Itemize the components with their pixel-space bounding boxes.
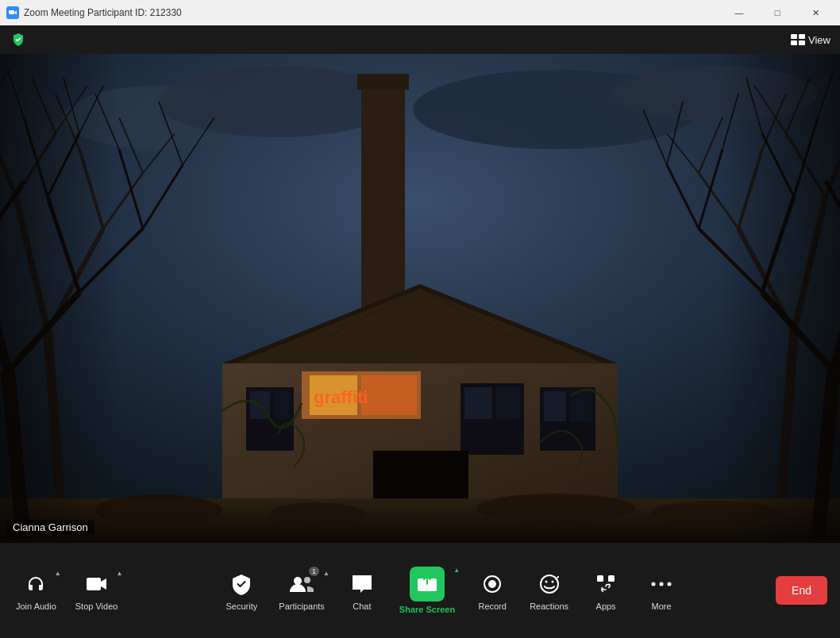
participants-button[interactable]: 1 ▲ Participants bbox=[269, 563, 333, 617]
svg-rect-59 bbox=[373, 451, 468, 506]
svg-point-102 bbox=[304, 577, 310, 583]
security-label: Security bbox=[225, 601, 257, 611]
svg-rect-54 bbox=[496, 387, 520, 419]
reactions-label: Reactions bbox=[530, 601, 568, 611]
participants-label: Participants bbox=[279, 601, 324, 611]
svg-point-114 bbox=[668, 582, 672, 586]
share-screen-label: Share Screen bbox=[399, 605, 455, 614]
join-audio-label: Join Audio bbox=[16, 601, 56, 611]
svg-point-112 bbox=[652, 582, 656, 586]
view-label: View bbox=[808, 34, 830, 46]
chat-label: Chat bbox=[353, 601, 371, 611]
svg-point-113 bbox=[660, 582, 664, 586]
svg-rect-99 bbox=[721, 54, 840, 543]
participants-chevron: ▲ bbox=[323, 570, 329, 577]
more-button[interactable]: More bbox=[634, 563, 689, 617]
more-label: More bbox=[652, 601, 672, 611]
participant-name-label: Cianna Garrison bbox=[6, 520, 94, 535]
join-audio-chevron: ▲ bbox=[55, 570, 61, 577]
security-shield-badge bbox=[10, 31, 27, 48]
svg-point-63 bbox=[476, 494, 635, 522]
record-button[interactable]: Record bbox=[464, 563, 520, 617]
more-icon bbox=[647, 570, 676, 598]
svg-point-106 bbox=[541, 575, 558, 593]
apps-label: Apps bbox=[596, 601, 616, 611]
toolbar-center: Security 1 ▲ Participants bbox=[127, 560, 776, 621]
participant-count-badge: 1 bbox=[309, 567, 319, 576]
svg-rect-1 bbox=[791, 34, 797, 39]
title-left: Zoom Meeting Participant ID: 212330 bbox=[6, 6, 182, 19]
header-bar: View bbox=[0, 25, 840, 54]
svg-point-108 bbox=[551, 581, 553, 583]
window-title: Zoom Meeting Participant ID: 212330 bbox=[24, 7, 182, 18]
svg-rect-47 bbox=[361, 375, 417, 415]
svg-rect-37 bbox=[357, 74, 409, 90]
svg-rect-2 bbox=[799, 34, 805, 39]
people-icon: 1 bbox=[287, 570, 316, 598]
toolbar: ▲ Join Audio ▲ Stop Video bbox=[0, 543, 840, 638]
svg-rect-111 bbox=[608, 575, 615, 582]
svg-rect-110 bbox=[597, 575, 603, 582]
chat-button[interactable]: Chat bbox=[334, 563, 390, 617]
share-screen-button[interactable]: ▲ Share Screen bbox=[390, 560, 464, 621]
chat-icon bbox=[348, 570, 376, 598]
svg-rect-56 bbox=[544, 391, 566, 421]
svg-rect-53 bbox=[464, 387, 492, 419]
svg-rect-3 bbox=[791, 40, 797, 45]
toolbar-right: End bbox=[776, 576, 834, 605]
camera-icon bbox=[83, 570, 111, 598]
svg-rect-51 bbox=[274, 391, 290, 419]
emoji-icon bbox=[535, 570, 564, 598]
apps-button[interactable]: Apps bbox=[578, 563, 634, 617]
svg-point-101 bbox=[294, 577, 302, 585]
security-button[interactable]: Security bbox=[214, 563, 269, 617]
window-controls: — □ ✕ bbox=[721, 0, 834, 25]
svg-point-62 bbox=[270, 502, 365, 526]
apps-icon bbox=[591, 570, 620, 598]
zoom-app-icon bbox=[6, 6, 19, 19]
maximize-button[interactable]: □ bbox=[759, 0, 796, 25]
svg-text:graffiti: graffiti bbox=[314, 387, 368, 407]
svg-point-105 bbox=[488, 580, 496, 588]
participant-name: Cianna Garrison bbox=[13, 521, 88, 533]
toolbar-left: ▲ Join Audio ▲ Stop Video bbox=[6, 563, 127, 617]
share-screen-icon bbox=[410, 567, 445, 601]
video-area: graffiti bbox=[0, 54, 840, 543]
security-shield-icon bbox=[227, 570, 256, 598]
svg-rect-100 bbox=[87, 578, 101, 590]
reactions-button[interactable]: Reactions bbox=[520, 563, 578, 617]
scene-svg: graffiti bbox=[0, 54, 840, 543]
video-background: graffiti bbox=[0, 54, 840, 543]
headphone-icon bbox=[21, 570, 50, 598]
svg-point-107 bbox=[545, 581, 547, 583]
svg-rect-4 bbox=[799, 40, 805, 45]
close-button[interactable]: ✕ bbox=[797, 0, 834, 25]
share-screen-chevron: ▲ bbox=[453, 567, 460, 574]
stop-video-button[interactable]: ▲ Stop Video bbox=[66, 563, 128, 617]
stop-video-label: Stop Video bbox=[75, 601, 118, 611]
join-audio-button[interactable]: ▲ Join Audio bbox=[6, 563, 66, 617]
stop-video-chevron: ▲ bbox=[116, 570, 122, 577]
title-bar: Zoom Meeting Participant ID: 212330 — □ … bbox=[0, 0, 840, 25]
minimize-button[interactable]: — bbox=[721, 0, 757, 25]
svg-point-109 bbox=[557, 576, 559, 578]
record-icon bbox=[478, 570, 507, 598]
record-label: Record bbox=[478, 601, 506, 611]
view-button[interactable]: View bbox=[791, 34, 830, 46]
svg-rect-98 bbox=[0, 54, 119, 543]
end-meeting-button[interactable]: End bbox=[776, 576, 827, 605]
